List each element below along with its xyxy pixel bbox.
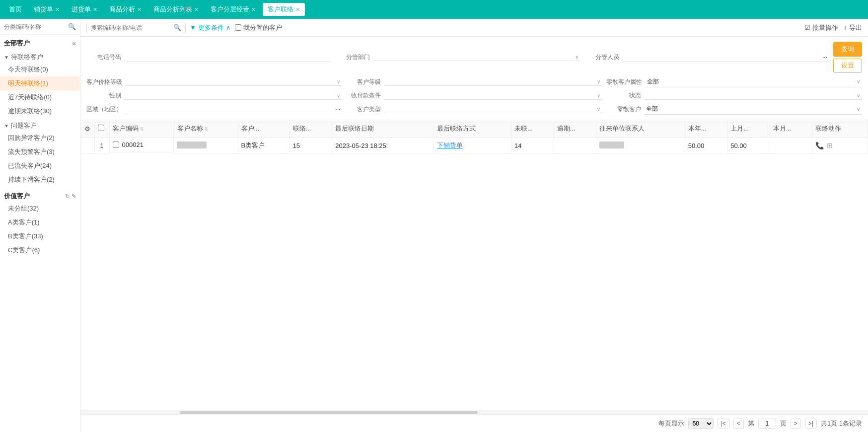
last-contact-method-link[interactable]: 下销货单 bbox=[437, 142, 463, 149]
search-icon[interactable]: 🔍 bbox=[173, 24, 181, 31]
gear-icon[interactable]: ⚙ bbox=[84, 125, 90, 133]
my-customers-checkbox-label[interactable]: 我分管的客户 bbox=[235, 23, 282, 32]
gender-select[interactable]: ∨ bbox=[124, 92, 342, 100]
row-action-buttons: 📞 ⊞ bbox=[815, 142, 865, 149]
col-action: 联络动作 bbox=[812, 120, 868, 138]
sidebar-item-class-b[interactable]: B类客户(33) bbox=[0, 229, 80, 243]
sidebar-item-class-c[interactable]: C类客户(6) bbox=[0, 243, 80, 257]
nav-purchase-order[interactable]: 进货单 ✕ bbox=[67, 3, 102, 16]
region-dots[interactable]: ··· bbox=[335, 106, 340, 113]
prev-page-btn[interactable]: < bbox=[733, 419, 744, 429]
sidebar-item-abnormal-repurchase[interactable]: 回购异常客户(2) bbox=[0, 131, 80, 145]
col-unit-contact: 往来单位联系人 bbox=[596, 120, 685, 138]
sidebar-item-tomorrow[interactable]: 明天待联络(1) bbox=[0, 76, 80, 90]
first-page-btn[interactable]: |< bbox=[718, 419, 729, 429]
filter-payment: 收付款条件 ∨ bbox=[346, 91, 602, 100]
sidebar-collapse-btn[interactable]: « bbox=[72, 39, 76, 47]
col-gear: ⚙ bbox=[80, 120, 94, 138]
retail-customer-label: 零散客户 bbox=[606, 105, 641, 114]
price-level-select[interactable]: ∨ bbox=[125, 78, 342, 86]
last-page-btn[interactable]: >| bbox=[805, 419, 817, 429]
checkbox-batch-icon: ☑ bbox=[804, 24, 810, 31]
nav-customer-tiered[interactable]: 客户分层经营 ✕ bbox=[206, 3, 261, 16]
row-overdue bbox=[554, 138, 596, 154]
refresh-value-icon[interactable]: ↻ bbox=[65, 193, 70, 200]
retail-attr-select[interactable]: 全部 ∨ bbox=[645, 76, 862, 87]
row-last-month: 50.00 bbox=[727, 138, 770, 154]
manager-label: 分管人员 bbox=[584, 53, 619, 62]
status-select[interactable]: ∨ bbox=[644, 92, 862, 100]
retail-customer-chevron-icon: ∨ bbox=[857, 106, 860, 112]
payment-select[interactable]: ∨ bbox=[384, 92, 602, 100]
sort-icon-code[interactable]: ⇅ bbox=[140, 126, 144, 132]
nav-close-customer-contact[interactable]: ✕ bbox=[295, 6, 300, 13]
toolbar-right: ☑ 批量操作 ↑ 导出 bbox=[804, 23, 863, 32]
sidebar-all-customers-header: 全部客户 « bbox=[0, 35, 80, 50]
row-contact-count: 15 bbox=[289, 138, 332, 154]
row-last-contact-method: 下销货单 bbox=[434, 138, 511, 154]
col-overdue: 逾期... bbox=[554, 120, 596, 138]
sidebar-group-problem[interactable]: ▼ 问题客户 bbox=[0, 118, 80, 131]
main-layout: 🔍 全部客户 « ▼ 待联络客户 今天待联络(0) 明天待联络(1) 近7天待联… bbox=[0, 19, 868, 432]
filter-row-1: 电话号码 分管部门 ∨ 分管人员 ··· bbox=[86, 42, 862, 72]
horizontal-scrollbar[interactable] bbox=[80, 410, 868, 415]
filter-status: 状态 ∨ bbox=[606, 91, 862, 100]
sidebar-group-pending[interactable]: ▼ 待联络客户 bbox=[0, 50, 80, 63]
export-btn[interactable]: ↑ 导出 bbox=[844, 23, 863, 32]
select-all-checkbox[interactable] bbox=[98, 125, 104, 131]
manager-select[interactable]: ··· bbox=[622, 53, 829, 62]
row-unit-contact bbox=[596, 138, 685, 154]
sidebar-item-class-a[interactable]: A类客户(1) bbox=[0, 216, 80, 229]
row-checkbox[interactable] bbox=[113, 142, 119, 148]
sidebar-item-churn-warning[interactable]: 流失预警客户(3) bbox=[0, 145, 80, 159]
region-select[interactable]: ··· bbox=[125, 105, 342, 114]
nav-product-analysis[interactable]: 商品分析 ✕ bbox=[104, 3, 146, 16]
sidebar-item-unclassified[interactable]: 未分组(32) bbox=[0, 202, 80, 216]
sidebar-item-today[interactable]: 今天待联络(0) bbox=[0, 63, 80, 76]
nav-sales-order[interactable]: 销货单 ✕ bbox=[29, 3, 65, 16]
batch-action-btn[interactable]: ☑ 批量操作 bbox=[804, 23, 838, 32]
nav-home[interactable]: 首页 bbox=[4, 3, 27, 16]
customer-type-select[interactable]: ∨ bbox=[384, 105, 602, 113]
main-search-input[interactable] bbox=[91, 24, 171, 31]
edit-value-icon[interactable]: ✎ bbox=[72, 193, 76, 200]
sidebar-group-value[interactable]: 价值客户 ↻ ✎ bbox=[0, 189, 80, 202]
my-customers-checkbox[interactable] bbox=[235, 24, 241, 31]
nav-close-purchase-order[interactable]: ✕ bbox=[93, 6, 97, 13]
row-action-phone-icon[interactable]: 📞 bbox=[815, 142, 824, 149]
nav-close-customer-tiered[interactable]: ✕ bbox=[251, 6, 256, 13]
manager-dots[interactable]: ··· bbox=[822, 54, 827, 61]
sidebar-search-icon[interactable]: 🔍 bbox=[68, 23, 76, 30]
page-number-input[interactable] bbox=[758, 419, 776, 429]
more-conditions-btn[interactable]: ▼ 更多条件 ∧ bbox=[190, 23, 231, 32]
col-last-month: 上月... bbox=[727, 120, 770, 138]
nav-close-sales-order[interactable]: ✕ bbox=[55, 6, 60, 13]
retail-customer-select[interactable]: 全部 ∨ bbox=[644, 104, 862, 115]
sort-icon-name[interactable]: ⇅ bbox=[204, 126, 208, 132]
sidebar-item-7days[interactable]: 近7天待联络(0) bbox=[0, 90, 80, 104]
nav-product-analysis-list[interactable]: 商品分析列表 ✕ bbox=[148, 3, 204, 16]
set-button[interactable]: 设置 bbox=[833, 59, 862, 72]
sidebar-item-churned[interactable]: 已流失客户(24) bbox=[0, 159, 80, 173]
phone-input[interactable] bbox=[124, 53, 331, 62]
next-page-btn[interactable]: > bbox=[791, 419, 801, 429]
row-last-contact-date: 2023-05-23 18:25: bbox=[332, 138, 434, 154]
scrollbar-thumb[interactable] bbox=[180, 411, 478, 414]
sidebar-search-input[interactable] bbox=[4, 23, 66, 30]
nav-close-product-analysis[interactable]: ✕ bbox=[137, 6, 142, 13]
dept-select[interactable]: ∨ bbox=[373, 53, 580, 61]
filter-manager: 分管人员 ··· bbox=[584, 53, 829, 62]
filter-region: 区域（地区） ··· bbox=[86, 105, 342, 114]
dept-chevron-icon: ∨ bbox=[575, 54, 579, 60]
query-button[interactable]: 查询 bbox=[833, 42, 862, 57]
customer-level-select[interactable]: ∨ bbox=[384, 78, 602, 86]
per-page-select[interactable]: 50 100 200 bbox=[688, 418, 714, 429]
nav-close-product-analysis-list[interactable]: ✕ bbox=[194, 6, 199, 13]
filter-dept: 分管部门 ∨ bbox=[335, 53, 580, 62]
nav-customer-contact[interactable]: 客户联络 ✕ bbox=[263, 3, 305, 16]
row-action-more-icon[interactable]: ⊞ bbox=[827, 142, 833, 149]
sidebar-item-declining[interactable]: 持续下滑客户(2) bbox=[0, 173, 80, 187]
status-label: 状态 bbox=[606, 91, 641, 100]
table-header-row: ⚙ 客户编码 ⇅ 客户名称 bbox=[80, 120, 868, 138]
sidebar-item-overdue[interactable]: 逾期未联络(30) bbox=[0, 104, 80, 118]
